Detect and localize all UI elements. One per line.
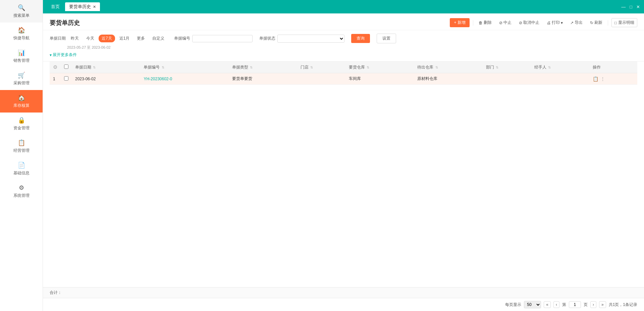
- page-header: 要货单历史 + 新增 🗑 删除 ⊘ 中止 ⊘ 取消中止 🖨 打: [43, 13, 644, 30]
- row-req-warehouse: 车间库: [345, 73, 414, 85]
- page-label: 第: [562, 302, 566, 308]
- print-icon: 🖨: [547, 20, 551, 25]
- first-page-button[interactable]: «: [544, 301, 551, 308]
- stop-button[interactable]: ⊘ 中止: [497, 18, 514, 27]
- sort-store-icon[interactable]: ⇅: [310, 65, 313, 69]
- main-table: ⚙ 单据日期 ⇅ 单据编号 ⇅: [50, 61, 637, 85]
- row-pending-warehouse: 原材料仓库: [414, 73, 482, 85]
- row-store: [297, 73, 345, 85]
- finance-icon: 🔒: [18, 117, 25, 124]
- date-btn-more[interactable]: 更多: [134, 35, 148, 42]
- row-edit-icon[interactable]: 📋: [593, 76, 598, 82]
- tab-requisition-history[interactable]: 要货单历史 ✕: [65, 2, 100, 11]
- col-doc-type: 单据类型 ⇅: [229, 61, 297, 73]
- last-page-button[interactable]: »: [599, 301, 606, 308]
- topbar: 首页 要货单历史 ✕ — □ ✕: [43, 0, 644, 13]
- col-handler: 经手人 ⇅: [531, 61, 589, 73]
- search-menu-icon: 🔍: [18, 4, 25, 11]
- export-button[interactable]: ↗ 导出: [568, 18, 585, 27]
- sort-doc-type-icon[interactable]: ⇅: [250, 65, 253, 69]
- status-select[interactable]: [277, 35, 344, 43]
- doc-no-input[interactable]: [192, 35, 253, 42]
- display-detail-button[interactable]: □ 显示明细: [611, 18, 637, 27]
- content-area: 要货单历史 + 新增 🗑 删除 ⊘ 中止 ⊘ 取消中止 🖨 打: [43, 13, 644, 311]
- sort-department-icon[interactable]: ⇅: [496, 65, 498, 69]
- sidebar-item-purchase[interactable]: 🛒 采购管理: [0, 68, 43, 90]
- expand-icon: ▾: [50, 53, 52, 57]
- date-btn-7days[interactable]: 近7天: [99, 35, 115, 42]
- sort-doc-no-icon[interactable]: ⇅: [162, 65, 164, 69]
- sidebar-item-system[interactable]: ⚙ 系统管理: [0, 180, 43, 203]
- delete-button[interactable]: 🗑 删除: [477, 18, 494, 27]
- sidebar-item-label: 系统管理: [13, 193, 30, 198]
- window-close-icon[interactable]: ✕: [636, 4, 640, 9]
- sort-req-warehouse-icon[interactable]: ⇅: [367, 65, 369, 69]
- filter-area: 单据日期 昨天 今天 近7天 近1月 更多 自定义 单据编号: [43, 30, 644, 61]
- query-button[interactable]: 查询: [351, 34, 370, 43]
- window-minimize-icon[interactable]: —: [621, 4, 626, 9]
- new-button[interactable]: + 新增: [450, 18, 469, 27]
- filter-status-label: 单据状态: [259, 36, 275, 41]
- row-department: [483, 73, 531, 85]
- settings-button[interactable]: 设置: [377, 34, 396, 43]
- row-doc-type: 要货单要货: [229, 73, 297, 85]
- next-page-button[interactable]: ›: [590, 301, 596, 308]
- sidebar-item-label: 基础信息: [13, 170, 30, 176]
- doc-no-link[interactable]: YH-20230602-0: [144, 77, 172, 81]
- purchase-icon: 🛒: [18, 72, 25, 79]
- date-btn-custom[interactable]: 自定义: [149, 35, 167, 42]
- pagination: 每页显示 20 50 100 200 « ‹ 第 页 › » 共1页，1条记录: [43, 298, 644, 311]
- sidebar-item-operations[interactable]: 📋 经营管理: [0, 135, 43, 158]
- col-settings: ⚙: [50, 61, 61, 73]
- column-settings-icon[interactable]: ⚙: [53, 64, 57, 70]
- page-size-select[interactable]: 20 50 100 200: [524, 301, 541, 308]
- table-footer: 合计：: [43, 287, 644, 298]
- date-range-display: 2023-05-27 至 2023-06-02: [67, 45, 111, 49]
- sidebar: 🔍 搜索菜单 🏠 快捷导航 📊 销售管理 🛒 采购管理 🏠 库存核算 🔒 资金管…: [0, 0, 43, 311]
- table-row: 1 2023-06-02 YH-20230602-0 要货单要货 车间库 原材料…: [50, 73, 637, 85]
- col-doc-no: 单据编号 ⇅: [140, 61, 228, 73]
- sidebar-item-basic-info[interactable]: 📄 基础信息: [0, 158, 43, 180]
- date-range-row: 2023-05-27 至 2023-06-02: [50, 45, 637, 50]
- sidebar-item-inventory[interactable]: 🏠 库存核算: [0, 90, 43, 113]
- row-handler: [531, 73, 589, 85]
- sort-doc-date-icon[interactable]: ⇅: [93, 65, 96, 69]
- sort-handler-icon[interactable]: ⇅: [548, 65, 551, 69]
- date-btn-1month[interactable]: 近1月: [116, 35, 133, 42]
- inventory-icon: 🏠: [18, 94, 25, 101]
- sidebar-item-search-menu[interactable]: 🔍 搜索菜单: [0, 0, 43, 23]
- print-button[interactable]: 🖨 打印 ▾: [545, 18, 565, 27]
- quick-nav-icon: 🏠: [18, 27, 25, 34]
- sidebar-item-sales[interactable]: 📊 销售管理: [0, 45, 43, 68]
- date-btn-today[interactable]: 今天: [83, 35, 97, 42]
- row-select-checkbox[interactable]: [64, 76, 68, 81]
- page-number-input[interactable]: [569, 301, 581, 308]
- tab-requisition-history-label: 要货单历史: [69, 4, 91, 10]
- table-wrap: ⚙ 单据日期 ⇅ 单据编号 ⇅: [43, 61, 644, 287]
- select-all-checkbox[interactable]: [64, 64, 68, 69]
- date-btn-yesterday[interactable]: 昨天: [68, 35, 82, 42]
- filter-doc-no-label: 单据编号: [174, 36, 190, 41]
- sidebar-item-label: 搜索菜单: [13, 13, 30, 18]
- date-buttons: 昨天 今天 近7天 近1月 更多 自定义: [68, 35, 167, 42]
- col-action: 操作: [589, 61, 637, 73]
- cancel-stop-button[interactable]: ⊘ 取消中止: [517, 18, 541, 27]
- window-maximize-icon[interactable]: □: [630, 4, 632, 9]
- sidebar-item-quick-nav[interactable]: 🏠 快捷导航: [0, 23, 43, 45]
- sidebar-item-finance[interactable]: 🔒 资金管理: [0, 113, 43, 135]
- filter-date: 单据日期 昨天 今天 近7天 近1月 更多 自定义: [50, 35, 167, 42]
- row-index: 1: [50, 73, 61, 85]
- row-checkbox: [61, 73, 72, 85]
- expand-filter-button[interactable]: ▾ 展开更多条件: [50, 52, 637, 58]
- row-more-icon[interactable]: ⋮: [600, 76, 605, 82]
- tab-home[interactable]: 首页: [47, 2, 64, 11]
- tab-close-icon[interactable]: ✕: [93, 5, 96, 9]
- table-header-row: ⚙ 单据日期 ⇅ 单据编号 ⇅: [50, 61, 637, 73]
- total-records-label: 共1页，1条记录: [609, 302, 637, 308]
- prev-page-button[interactable]: ‹: [553, 301, 559, 308]
- export-icon: ↗: [570, 20, 574, 25]
- sort-pending-warehouse-icon[interactable]: ⇅: [435, 65, 438, 69]
- refresh-button[interactable]: ↻ 刷新: [588, 18, 604, 27]
- filter-row-1: 单据日期 昨天 今天 近7天 近1月 更多 自定义 单据编号: [50, 34, 637, 43]
- display-checkbox: □: [614, 20, 617, 25]
